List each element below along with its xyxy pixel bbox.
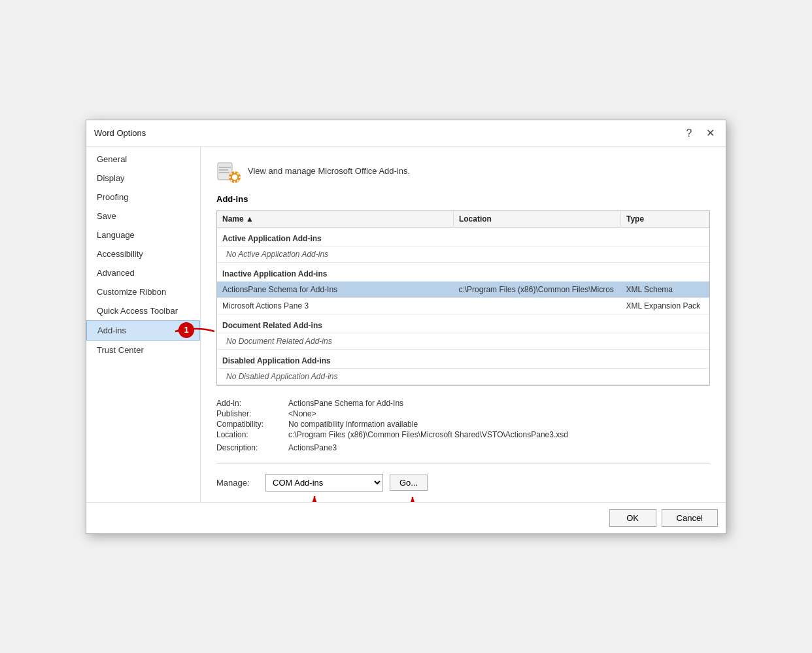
detail-publisher-label: Publisher: <box>216 409 288 418</box>
svg-rect-7 <box>234 171 235 173</box>
sidebar-item-display[interactable]: Display <box>86 169 200 188</box>
annotation-badge-1: 1 <box>178 322 194 338</box>
annotation-2: 2 <box>305 495 331 502</box>
detail-add-in: Add-in: ActionsPane Schema for Add-Ins <box>216 399 710 408</box>
svg-point-6 <box>232 175 237 180</box>
section-title: Add-ins <box>216 194 710 204</box>
svg-rect-9 <box>229 176 231 178</box>
sidebar-item-quick-access-toolbar[interactable]: Quick Access Toolbar <box>86 301 200 320</box>
svg-rect-4 <box>219 172 229 173</box>
addins-header-icon <box>216 159 241 184</box>
table-row[interactable]: ActionsPane Schema for Add-Ins c:\Progra… <box>217 281 709 297</box>
cancel-button[interactable]: Cancel <box>662 509 718 527</box>
go-button[interactable]: Go... <box>390 475 428 491</box>
detail-compatibility-value: No compatibility information available <box>288 420 710 429</box>
svg-rect-2 <box>219 167 231 168</box>
manage-select-wrapper: COM Add-ins Actions XML Schemas Disabled… <box>265 474 383 492</box>
detail-location-value: c:\Program Files (x86)\Common Files\Micr… <box>288 430 710 439</box>
detail-description-label: Description: <box>216 443 288 452</box>
title-bar: Word Options ? ✕ <box>86 120 726 147</box>
table-row[interactable]: No Disabled Application Add-ins <box>217 368 709 384</box>
section-inactive-header: Inactive Application Add-ins <box>217 262 709 281</box>
sidebar-item-customize-ribbon[interactable]: Customize Ribbon <box>86 282 200 301</box>
details-section: Add-in: ActionsPane Schema for Add-Ins P… <box>216 392 710 458</box>
detail-publisher: Publisher: <None> <box>216 409 710 418</box>
svg-rect-3 <box>219 169 228 171</box>
col-header-name[interactable]: Name ▲ <box>217 211 453 227</box>
detail-compatibility: Compatibility: No compatibility informat… <box>216 420 710 429</box>
separator <box>216 463 710 463</box>
sidebar-item-accessibility[interactable]: Accessibility <box>86 244 200 263</box>
section-document-header: Document Related Add-ins <box>217 314 709 333</box>
section-active-header: Active Application Add-ins <box>217 227 709 246</box>
detail-add-in-label: Add-in: <box>216 399 288 408</box>
addins-table-content: Name ▲ Location Type Active Application … <box>217 211 709 385</box>
sidebar-item-add-ins[interactable]: Add-ins 1 <box>86 320 200 341</box>
svg-rect-8 <box>234 181 235 183</box>
sidebar-item-trust-center[interactable]: Trust Center <box>86 341 200 360</box>
table-row[interactable]: Microsoft Actions Pane 3 XML Expansion P… <box>217 297 709 314</box>
dialog-body: General Display Proofing Save Language A… <box>86 147 726 502</box>
sidebar-item-general[interactable]: General <box>86 150 200 169</box>
col-header-type[interactable]: Type <box>620 211 709 227</box>
table-header-row: Name ▲ Location Type <box>217 211 709 227</box>
go-button-wrapper: Go... 3 <box>390 475 428 491</box>
help-button[interactable]: ? <box>681 126 697 141</box>
detail-compatibility-label: Compatibility: <box>216 420 288 429</box>
sidebar-item-proofing[interactable]: Proofing <box>86 188 200 207</box>
header-row: View and manage Microsoft Office Add-ins… <box>216 159 710 184</box>
close-button[interactable]: ✕ <box>702 126 718 141</box>
addins-table: Name ▲ Location Type Active Application … <box>216 210 710 386</box>
main-content: View and manage Microsoft Office Add-ins… <box>201 147 726 502</box>
detail-location-label: Location: <box>216 430 288 439</box>
detail-add-in-value: ActionsPane Schema for Add-Ins <box>288 399 710 408</box>
table-row[interactable]: No Active Application Add-ins <box>217 246 709 262</box>
annotation-3: 3 <box>409 495 435 502</box>
manage-row: Manage: COM Add-ins Actions XML Schemas … <box>216 469 710 494</box>
section-disabled-header: Disabled Application Add-ins <box>217 349 709 368</box>
sidebar-item-language[interactable]: Language <box>86 226 200 244</box>
word-options-dialog: Word Options ? ✕ General Display Proofin… <box>86 120 726 534</box>
table-row[interactable]: No Document Related Add-ins <box>217 333 709 349</box>
manage-select[interactable]: COM Add-ins Actions XML Schemas Disabled… <box>265 474 383 492</box>
detail-location: Location: c:\Program Files (x86)\Common … <box>216 430 710 439</box>
annotation-2-arrow <box>305 495 331 502</box>
header-description: View and manage Microsoft Office Add-ins… <box>248 166 410 176</box>
sidebar-item-save[interactable]: Save <box>86 207 200 226</box>
detail-description-value: ActionsPane3 <box>288 443 710 452</box>
dialog-title: Word Options <box>94 128 146 138</box>
svg-rect-10 <box>239 176 241 178</box>
detail-publisher-value: <None> <box>288 409 710 418</box>
footer: OK Cancel <box>86 502 726 533</box>
col-header-location[interactable]: Location <box>453 211 620 227</box>
sidebar: General Display Proofing Save Language A… <box>86 147 201 502</box>
ok-button[interactable]: OK <box>609 509 656 527</box>
detail-description: Description: ActionsPane3 <box>216 443 710 452</box>
annotation-3-arrow <box>409 495 435 502</box>
manage-label: Manage: <box>216 478 259 488</box>
title-bar-actions: ? ✕ <box>681 126 718 141</box>
sidebar-item-advanced[interactable]: Advanced <box>86 263 200 282</box>
